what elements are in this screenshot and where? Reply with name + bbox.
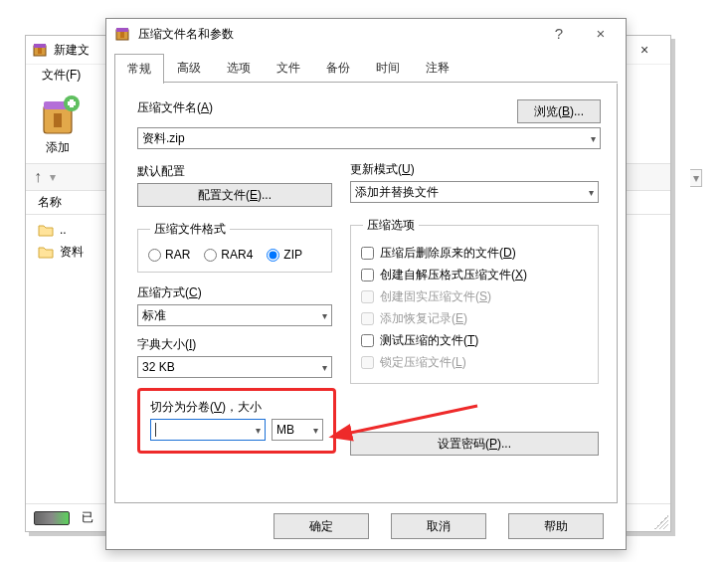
- update-mode-value: 添加并替换文件: [355, 184, 439, 201]
- tabs: 常规 高级 选项 文件 备份 时间 注释: [114, 53, 618, 83]
- add-archive-icon: [34, 92, 82, 139]
- svg-rect-8: [68, 101, 76, 105]
- tab-general[interactable]: 常规: [114, 54, 164, 84]
- bg-close-button[interactable]: ×: [625, 40, 664, 60]
- opt-delete-after[interactable]: 压缩后删除原来的文件(D): [361, 242, 588, 264]
- folder-icon: [38, 244, 54, 260]
- cancel-button[interactable]: 取消: [391, 513, 486, 539]
- dialog-title-bar: 压缩文件名和参数 ? ×: [106, 19, 626, 49]
- options-group: 压缩选项 压缩后删除原来的文件(D) 创建自解压格式压缩文件(X) 创建固实压缩…: [350, 217, 599, 384]
- svg-rect-2: [38, 48, 42, 54]
- bg-nav-up[interactable]: ↑: [34, 168, 42, 186]
- winrar-icon: [114, 26, 130, 42]
- winrar-icon: [32, 42, 48, 58]
- split-unit-value: MB: [276, 423, 294, 437]
- tab-comment[interactable]: 注释: [413, 53, 462, 83]
- opt-recovery: 添加恢复记录(E): [361, 307, 588, 329]
- left-column: 压缩文件名(A) 浏览(B)... 资料.zip ▾ 默认配置 配置文件(E).…: [137, 99, 332, 454]
- bg-toolbar-add[interactable]: 添加: [34, 92, 82, 156]
- svg-rect-10: [116, 28, 128, 32]
- bg-status-text: 已: [82, 509, 93, 526]
- chevron-down-icon: ▾: [322, 310, 327, 321]
- tab-options[interactable]: 选项: [214, 53, 264, 83]
- method-select[interactable]: 标准 ▾: [137, 304, 332, 326]
- dialog-help-button[interactable]: ?: [538, 20, 580, 48]
- tab-advanced[interactable]: 高级: [164, 53, 214, 83]
- dialog-close-button[interactable]: ×: [580, 20, 622, 48]
- dict-select[interactable]: 32 KB ▾: [137, 356, 332, 378]
- tab-files[interactable]: 文件: [264, 53, 313, 83]
- dict-value: 32 KB: [142, 360, 175, 374]
- chevron-down-icon: ▾: [589, 187, 594, 198]
- right-column: 更新模式(U) 添加并替换文件 ▾ 压缩选项 压缩后删除原来的文件(D) 创建自…: [350, 99, 599, 456]
- opt-lock: 锁定压缩文件(L): [361, 351, 588, 373]
- opt-test[interactable]: 测试压缩的文件(T): [361, 329, 588, 351]
- bg-toolbar-add-label: 添加: [46, 139, 70, 156]
- ok-button[interactable]: 确定: [273, 513, 369, 539]
- opt-sfx[interactable]: 创建自解压格式压缩文件(X): [361, 264, 588, 285]
- folder-up-icon: [38, 222, 54, 238]
- profiles-button[interactable]: 配置文件(E)...: [137, 183, 332, 207]
- format-rar[interactable]: RAR: [148, 248, 190, 262]
- split-size-input[interactable]: ▾: [150, 419, 266, 441]
- bg-nav-down[interactable]: ▾: [50, 170, 56, 184]
- profiles-label: 默认配置: [137, 163, 332, 180]
- list-item-label: ..: [60, 223, 67, 237]
- split-label: 切分为分卷(V)，大小: [150, 399, 323, 416]
- bg-list-header-name: 名称: [38, 194, 62, 211]
- bg-right-sliver: ▾: [690, 169, 702, 187]
- update-mode-select[interactable]: 添加并替换文件 ▾: [350, 181, 599, 203]
- format-rar4[interactable]: RAR4: [204, 248, 253, 262]
- format-group: 压缩文件格式 RAR RAR4 ZIP: [137, 221, 332, 273]
- opt-solid: 创建固实压缩文件(S): [361, 285, 588, 307]
- tab-time[interactable]: 时间: [363, 53, 413, 83]
- method-label: 压缩方式(C): [137, 284, 332, 301]
- help-button[interactable]: 帮助: [508, 513, 604, 539]
- svg-rect-5: [54, 113, 62, 127]
- archive-params-dialog: 压缩文件名和参数 ? × 常规 高级 选项 文件 备份 时间 注释 压缩文件名(…: [105, 18, 627, 550]
- chevron-down-icon: ▾: [322, 362, 327, 373]
- dialog-footer: 确定 取消 帮助: [106, 503, 626, 549]
- update-mode-label: 更新模式(U): [350, 161, 599, 178]
- chevron-down-icon: ▾: [256, 425, 261, 436]
- archive-name-value: 资料.zip: [142, 130, 185, 147]
- tab-backup[interactable]: 备份: [313, 53, 363, 83]
- format-zip[interactable]: ZIP: [267, 248, 302, 262]
- method-value: 标准: [142, 307, 166, 324]
- dict-label: 字典大小(I): [137, 336, 332, 353]
- svg-rect-1: [34, 44, 46, 48]
- dialog-title: 压缩文件名和参数: [138, 26, 538, 43]
- svg-rect-11: [120, 32, 124, 38]
- options-label: 压缩选项: [363, 217, 419, 234]
- bg-menu-file[interactable]: 文件(F): [30, 66, 92, 85]
- set-password-button[interactable]: 设置密码(P)...: [350, 432, 599, 456]
- split-unit-select[interactable]: MB ▾: [272, 419, 323, 441]
- split-highlight-box: 切分为分卷(V)，大小 ▾ MB ▾: [137, 388, 336, 454]
- tab-page-general: 压缩文件名(A) 浏览(B)... 资料.zip ▾ 默认配置 配置文件(E).…: [114, 84, 618, 503]
- status-icon: [34, 511, 70, 525]
- chevron-down-icon: ▾: [313, 425, 318, 436]
- list-item-label: 资料: [60, 244, 84, 261]
- format-label: 压缩文件格式: [150, 221, 230, 238]
- resize-grip[interactable]: [654, 515, 668, 529]
